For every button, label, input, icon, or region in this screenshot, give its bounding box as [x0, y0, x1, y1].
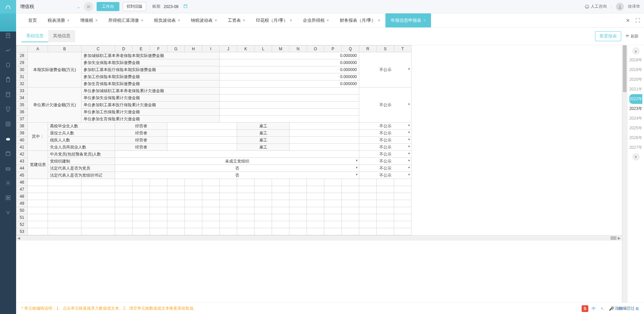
empty-cell[interactable] [377, 179, 394, 186]
value-cell[interactable]: 0.000000 [220, 80, 359, 87]
empty-cell[interactable] [28, 228, 48, 235]
empty-cell[interactable] [28, 221, 48, 228]
empty-cell[interactable] [237, 186, 255, 193]
year-2023年[interactable]: 2023年 [629, 104, 642, 114]
empty-cell[interactable] [185, 200, 202, 207]
empty-cell[interactable] [377, 228, 394, 235]
value-cell[interactable] [220, 109, 359, 116]
empty-cell[interactable] [307, 186, 324, 193]
year-2018年[interactable]: 2018年 [629, 55, 642, 65]
empty-cell[interactable] [272, 179, 289, 186]
row-35[interactable]: 35 [16, 102, 28, 109]
year-up-icon[interactable]: ▲ [632, 47, 640, 55]
empty-cell[interactable] [307, 193, 324, 200]
empty-cell[interactable] [167, 186, 185, 193]
ime-logo-icon[interactable]: S [582, 305, 588, 312]
empty-cell[interactable] [150, 200, 167, 207]
tab-close-icon[interactable]: × [378, 18, 380, 23]
empty-cell[interactable] [132, 193, 150, 200]
col-header-J[interactable]: J [220, 46, 237, 52]
val2-cell[interactable] [289, 123, 359, 130]
empty-cell[interactable] [48, 193, 82, 200]
year-2020年[interactable]: 2020年 [629, 75, 642, 84]
empty-cell[interactable] [185, 193, 202, 200]
subtab-基础信息[interactable]: 基础信息 [21, 30, 48, 42]
ime-tool-icon[interactable]: ⊞ [634, 305, 641, 312]
ime-lang-icon[interactable]: 中 [590, 305, 597, 312]
ime-keyboard-icon[interactable]: ⌨ [616, 305, 623, 312]
val-cell[interactable]: 未成立党组织 [115, 158, 359, 165]
row-38[interactable]: 38 [16, 123, 28, 130]
value-cell[interactable]: 0.000000 [220, 59, 359, 66]
empty-cell[interactable] [185, 179, 202, 186]
empty-cell[interactable] [150, 179, 167, 186]
empty-cell[interactable] [115, 186, 132, 193]
empty-cell[interactable] [202, 193, 220, 200]
row-36[interactable]: 36 [16, 109, 28, 116]
year-2022年[interactable]: 2022年 [629, 94, 642, 104]
empty-cell[interactable] [237, 214, 255, 221]
empty-cell[interactable] [237, 179, 255, 186]
empty-cell[interactable] [167, 179, 185, 186]
tab-增值税[interactable]: 增值税× [75, 13, 103, 27]
tab-close-icon[interactable]: × [95, 18, 98, 23]
publish-cell[interactable]: 不公示 [359, 158, 412, 165]
empty-cell[interactable] [185, 186, 202, 193]
nav-calc-icon[interactable] [0, 87, 16, 102]
empty-cell[interactable] [377, 214, 394, 221]
empty-cell[interactable] [220, 228, 237, 235]
empty-cell[interactable] [307, 214, 324, 221]
nav-archive-icon[interactable] [0, 146, 16, 161]
empty-cell[interactable] [132, 221, 150, 228]
empty-cell[interactable] [289, 207, 307, 214]
empty-cell[interactable] [272, 200, 289, 207]
empty-cell[interactable] [342, 228, 359, 235]
row-53[interactable]: 53 [16, 228, 28, 235]
empty-cell[interactable] [150, 193, 167, 200]
row-41[interactable]: 41 [16, 144, 28, 151]
expand-icon[interactable]: ⛶ [634, 16, 641, 24]
empty-cell[interactable] [82, 179, 115, 186]
empty-cell[interactable] [115, 207, 132, 214]
year-2024年[interactable]: 2024年 [629, 114, 642, 123]
row-34[interactable]: 34 [16, 95, 28, 102]
empty-cell[interactable] [115, 214, 132, 221]
module-dropdown[interactable]: 增值税 ⌄ [20, 4, 80, 10]
empty-cell[interactable] [115, 179, 132, 186]
empty-cell[interactable] [48, 214, 82, 221]
tab-close-icon[interactable]: × [290, 18, 292, 23]
empty-cell[interactable] [394, 179, 412, 186]
tab-close-icon[interactable]: × [178, 18, 180, 23]
empty-cell[interactable] [202, 179, 220, 186]
tab-close-icon[interactable]: × [215, 18, 217, 23]
row-39[interactable]: 39 [16, 130, 28, 137]
empty-cell[interactable] [289, 228, 307, 235]
empty-cell[interactable] [185, 221, 202, 228]
year-2026年[interactable]: 2026年 [629, 133, 642, 143]
empty-cell[interactable] [272, 228, 289, 235]
empty-cell[interactable] [359, 200, 377, 207]
empty-cell[interactable] [220, 207, 237, 214]
row-43[interactable]: 43 [16, 158, 28, 165]
empty-cell[interactable] [255, 179, 272, 186]
tab-close-icon[interactable]: × [327, 18, 329, 23]
nav-gear-icon[interactable] [0, 176, 16, 190]
empty-cell[interactable] [167, 193, 185, 200]
nav-home-icon[interactable] [0, 13, 16, 28]
empty-cell[interactable] [359, 214, 377, 221]
empty-cell[interactable] [28, 179, 48, 186]
empty-cell[interactable] [237, 200, 255, 207]
empty-cell[interactable] [82, 228, 115, 235]
col-header-L[interactable]: L [255, 46, 272, 52]
subtab-其他信息[interactable]: 其他信息 [48, 30, 75, 42]
tab-财务报表（月/季）[interactable]: 财务报表（月/季）× [334, 13, 386, 27]
publish-cell[interactable]: 不公示 [359, 165, 412, 172]
nav-play-icon[interactable] [0, 190, 16, 205]
row-28[interactable]: 28 [16, 52, 28, 59]
empty-cell[interactable] [237, 193, 255, 200]
tab-所得税汇算清缴[interactable]: 所得税汇算清缴× [103, 13, 149, 27]
empty-cell[interactable] [272, 207, 289, 214]
nav-chart-icon[interactable] [0, 43, 16, 58]
col-header-H[interactable]: H [185, 46, 202, 52]
empty-cell[interactable] [324, 207, 342, 214]
